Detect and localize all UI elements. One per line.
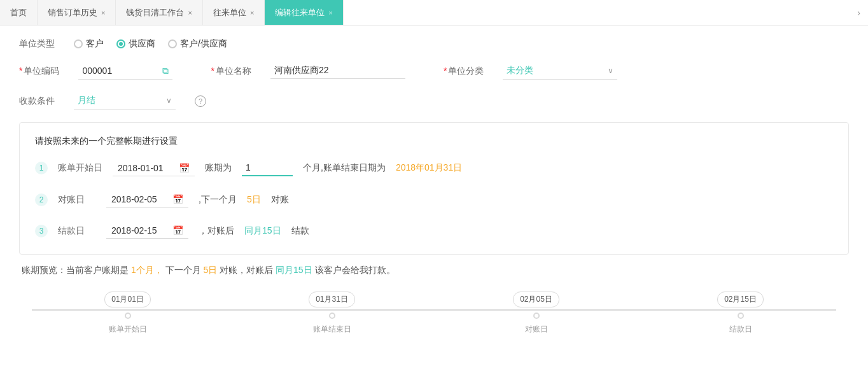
period-suffix: 个月,账单结束日期为 bbox=[303, 162, 386, 174]
payment-date-calendar-icon[interactable]: 📅 bbox=[172, 225, 183, 236]
unit-type-row: 单位类型 客户 供应商 客户/供应商 bbox=[19, 38, 849, 50]
copy-icon[interactable]: ⧉ bbox=[162, 66, 169, 76]
tab-home[interactable]: 首页 bbox=[0, 0, 38, 25]
reconcile-suffix: 对账 bbox=[271, 194, 289, 206]
start-date-input[interactable] bbox=[118, 163, 175, 173]
timeline-desc-0: 账单开始日 bbox=[109, 324, 147, 335]
unit-type-radio-group: 客户 供应商 客户/供应商 bbox=[74, 38, 227, 50]
radio-customer-circle bbox=[74, 39, 83, 48]
radio-both[interactable]: 客户/供应商 bbox=[168, 38, 227, 50]
chevron-down-icon: ∨ bbox=[608, 66, 613, 75]
timeline-point-0: 01月01日 账单开始日 bbox=[25, 292, 230, 335]
setting-label-2: 对账日 bbox=[58, 194, 96, 206]
reconcile-date-calendar-icon[interactable]: 📅 bbox=[172, 194, 183, 204]
unit-info-row: 单位编码 ⧉ 单位名称 单位分类 未分类 ∨ bbox=[19, 62, 849, 80]
tab-partner-unit-label: 往来单位 bbox=[213, 7, 246, 18]
radio-customer[interactable]: 客户 bbox=[74, 38, 104, 50]
timeline-point-1: 01月31日 账单结束日 bbox=[230, 292, 434, 335]
timeline-desc-1: 账单结束日 bbox=[313, 324, 351, 335]
tab-home-label: 首页 bbox=[10, 7, 27, 18]
chevron-down-payment-icon: ∨ bbox=[166, 96, 172, 105]
timeline-badge-0: 01月01日 bbox=[104, 292, 151, 307]
payment-prefix: ，对账后 bbox=[199, 225, 234, 237]
payment-date-input[interactable] bbox=[111, 225, 169, 236]
unit-category-value: 未分类 bbox=[507, 65, 604, 76]
unit-name-input[interactable] bbox=[274, 66, 402, 76]
reconcile-highlight-day: 5日 bbox=[247, 194, 261, 206]
radio-both-label: 客户/供应商 bbox=[180, 38, 227, 50]
reconcile-date-input[interactable] bbox=[111, 194, 169, 204]
setting-label-3: 结款日 bbox=[58, 225, 96, 237]
tab-sales-history-label: 销售订单历史 bbox=[48, 7, 97, 18]
tab-cash-work[interactable]: 钱货日清工作台 × bbox=[116, 0, 202, 25]
payment-suffix: 结款 bbox=[291, 225, 309, 237]
tab-cash-work-label: 钱货日清工作台 bbox=[126, 7, 184, 18]
tabs-scroll-right[interactable]: › bbox=[850, 0, 868, 25]
preview-highlight3: 同月15日 bbox=[276, 265, 312, 275]
setting-row-1: 1 账单开始日 📅 账期为 个月,账单结束日期为 2018年01月31日 bbox=[35, 160, 833, 176]
unit-category-dropdown[interactable]: 未分类 ∨ bbox=[503, 62, 617, 80]
preview-prefix: 账期预览：当前客户账期是 bbox=[22, 265, 129, 275]
radio-supplier[interactable]: 供应商 bbox=[116, 38, 155, 50]
help-icon[interactable]: ? bbox=[195, 95, 206, 107]
timeline-dot-0 bbox=[125, 313, 131, 319]
timeline-point-3: 02月15日 结款日 bbox=[638, 292, 843, 335]
tab-sales-history-close[interactable]: × bbox=[101, 9, 105, 17]
radio-supplier-label: 供应商 bbox=[129, 38, 155, 50]
timeline-desc-2: 对账日 bbox=[525, 324, 548, 335]
main-content: 单位类型 客户 供应商 客户/供应商 单位编码 ⧉ 单位名称 单位 bbox=[0, 25, 868, 387]
tabs-bar: 首页 销售订单历史 × 钱货日清工作台 × 往来单位 × 编辑往来单位 × › bbox=[0, 0, 868, 25]
preview-middle: 下一个月 bbox=[165, 265, 201, 275]
setting-number-3: 3 bbox=[35, 225, 48, 237]
tab-edit-partner-label: 编辑往来单位 bbox=[275, 7, 325, 18]
tab-edit-partner-close[interactable]: × bbox=[328, 9, 332, 17]
preview-highlight1: 1个月， bbox=[131, 265, 163, 275]
tab-partner-unit-close[interactable]: × bbox=[250, 9, 254, 17]
timeline-dot-1 bbox=[329, 313, 335, 319]
timeline-desc-3: 结款日 bbox=[729, 324, 752, 335]
account-preview: 账期预览：当前客户账期是 1个月， 下一个月 5日 对账，对账后 同月15日 该… bbox=[19, 265, 849, 276]
reconcile-prefix: ,下一个月 bbox=[199, 194, 237, 206]
timeline-wrapper: 01月01日 账单开始日 01月31日 账单结束日 02月05日 对账日 02月… bbox=[19, 292, 849, 335]
start-date-calendar-icon[interactable]: 📅 bbox=[179, 163, 190, 173]
settings-panel: 请按照未来的一个完整帐期进行设置 1 账单开始日 📅 账期为 个月,账单结束日期… bbox=[19, 122, 849, 255]
payment-terms-dropdown[interactable]: 月结 ∨ bbox=[74, 92, 176, 109]
payment-terms-label: 收款条件 bbox=[19, 95, 55, 107]
panel-title: 请按照未来的一个完整帐期进行设置 bbox=[35, 136, 833, 147]
period-input[interactable] bbox=[242, 160, 293, 176]
preview-middle2: 对账，对账后 bbox=[220, 265, 273, 275]
preview-highlight2: 5日 bbox=[203, 265, 217, 275]
payment-terms-row: 收款条件 月结 ∨ ? bbox=[19, 92, 849, 109]
timeline-point-2: 02月05日 对账日 bbox=[434, 292, 638, 335]
tab-sales-history[interactable]: 销售订单历史 × bbox=[38, 0, 116, 25]
timeline-dot-3 bbox=[738, 313, 744, 319]
timeline-badge-2: 02月05日 bbox=[513, 292, 559, 307]
unit-code-input[interactable] bbox=[82, 66, 158, 76]
timeline-badge-1: 01月31日 bbox=[309, 292, 355, 307]
radio-both-circle bbox=[168, 39, 177, 48]
reconcile-date-field: 📅 bbox=[106, 192, 188, 208]
tab-cash-work-close[interactable]: × bbox=[188, 9, 192, 17]
setting-row-2: 2 对账日 📅 ,下一个月 5日 对账 bbox=[35, 192, 833, 208]
setting-label-1: 账单开始日 bbox=[58, 162, 102, 174]
timeline-dot-2 bbox=[533, 313, 540, 319]
tab-partner-unit[interactable]: 往来单位 × bbox=[203, 0, 265, 25]
timeline-badge-3: 02月15日 bbox=[717, 292, 764, 307]
start-date-field: 📅 bbox=[113, 160, 195, 176]
unit-name-label: 单位名称 bbox=[211, 66, 251, 77]
payment-date-field: 📅 bbox=[106, 223, 188, 239]
timeline-points: 01月01日 账单开始日 01月31日 账单结束日 02月05日 对账日 02月… bbox=[25, 292, 843, 335]
unit-category-label: 单位分类 bbox=[444, 66, 484, 77]
radio-supplier-circle bbox=[116, 39, 125, 48]
setting-row-3: 3 结款日 📅 ，对账后 同月15日 结款 bbox=[35, 223, 833, 239]
unit-code-label: 单位编码 bbox=[19, 66, 59, 77]
unit-type-label: 单位类型 bbox=[19, 38, 55, 50]
payment-terms-value: 月结 bbox=[78, 95, 162, 106]
setting-number-1: 1 bbox=[35, 162, 48, 174]
tab-edit-partner[interactable]: 编辑往来单位 × bbox=[265, 0, 343, 25]
period-middle-text: 账期为 bbox=[205, 162, 232, 174]
radio-customer-label: 客户 bbox=[86, 38, 104, 50]
preview-suffix: 该客户会给我打款。 bbox=[315, 265, 395, 275]
unit-name-field bbox=[270, 63, 405, 79]
chevron-right-icon: › bbox=[857, 8, 860, 18]
